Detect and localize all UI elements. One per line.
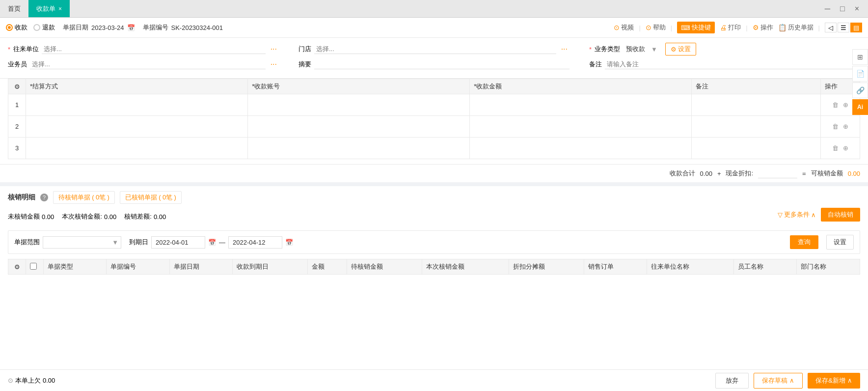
history-label: 历史单据 — [788, 23, 814, 32]
tab-bar: 首页 收款单 × ─ □ × — [0, 0, 868, 18]
calendar-icon[interactable]: 📅 — [127, 24, 135, 31]
video-btn[interactable]: ⊙ 视频 — [614, 23, 634, 32]
row2-account[interactable] — [248, 116, 470, 138]
sub-th-discount: 折扣分摊额 — [509, 259, 584, 275]
layout-btn-grid[interactable]: ☰ — [838, 23, 849, 32]
total-label: 收款合计 — [670, 169, 695, 178]
row2-delete-icon[interactable]: 🗑 — [832, 123, 839, 130]
sidebar-table-icon[interactable]: ⊞ — [852, 49, 868, 65]
abandon-btn[interactable]: 放弃 — [715, 373, 749, 389]
row3-copy-icon[interactable]: ⊕ — [843, 144, 848, 152]
row1-payment[interactable] — [26, 94, 248, 116]
select-all-checkbox[interactable] — [30, 263, 37, 270]
row3-delete-icon[interactable]: 🗑 — [832, 144, 839, 152]
sub-th-amount: 金额 — [308, 259, 347, 275]
maximize-btn[interactable]: □ — [837, 3, 848, 14]
cal-from-icon[interactable]: 📅 — [208, 239, 216, 246]
draft-btn[interactable]: 保存草稿 ∧ — [754, 373, 803, 389]
range-select[interactable] — [43, 236, 121, 249]
form-row-2: 业务员 ··· 摘要 备注 — [8, 59, 860, 69]
row3-note[interactable] — [692, 138, 821, 159]
tab-pending-btn[interactable]: 待核销单据 ( 0笔 ) — [53, 191, 115, 204]
row1-amount[interactable] — [470, 94, 692, 116]
video-label: 视频 — [621, 23, 634, 32]
tab-done-btn[interactable]: 已核销单据 ( 0笔 ) — [120, 191, 182, 204]
help-btn[interactable]: ⊙ 帮助 — [646, 23, 666, 32]
row-num-3: 3 — [8, 138, 26, 159]
staff-more-btn[interactable]: ··· — [269, 60, 279, 69]
row3-amount[interactable] — [470, 138, 692, 159]
partner-label: 往来单位 — [13, 45, 39, 54]
filter-settings-btn[interactable]: 设置 — [826, 235, 854, 250]
sub-th-settings[interactable]: ⚙ — [8, 259, 26, 275]
range-select-wrapper: ▼ — [43, 236, 121, 249]
store-input[interactable] — [314, 44, 556, 54]
th-settings[interactable]: ⚙ — [8, 79, 26, 94]
video-icon: ⊙ — [614, 24, 620, 31]
row3-payment[interactable] — [26, 138, 248, 159]
tab-close-btn[interactable]: × — [58, 5, 62, 12]
radio-refund-label: 退款 — [42, 23, 55, 32]
note-field: 备注 — [589, 59, 860, 69]
sub-th-partner: 往来单位名称 — [647, 259, 734, 275]
row1-delete-icon[interactable]: 🗑 — [832, 101, 839, 109]
form-toolbar: 收款 退款 单据日期 2023-03-24 📅 单据编号 SK-20230324… — [0, 18, 868, 38]
discount-input[interactable] — [758, 168, 797, 178]
auto-writeoff-btn[interactable]: 自动核销 — [821, 208, 860, 222]
ops-btn[interactable]: ⚙ 操作 — [753, 23, 773, 32]
divider4: | — [818, 24, 820, 31]
draft-arrow-icon: ∧ — [789, 377, 794, 384]
cal-to-icon[interactable]: 📅 — [285, 239, 293, 246]
partner-input[interactable] — [42, 44, 266, 54]
carry-label: 本单上欠 — [15, 376, 41, 385]
sidebar-ai-icon[interactable]: Ai — [852, 99, 868, 115]
row2-copy-icon[interactable]: ⊕ — [843, 123, 848, 130]
bottom-bar: ⊙ 本单上欠 0.00 放弃 保存草稿 ∧ 保存&新增 ∧ — [0, 369, 868, 391]
query-btn[interactable]: 查询 — [790, 235, 818, 249]
business-type-dropdown[interactable]: ▼ — [651, 46, 657, 53]
minimize-btn[interactable]: ─ — [822, 3, 833, 14]
sub-th-duedate: 收款到期日 — [233, 259, 308, 275]
row1-account[interactable] — [248, 94, 470, 116]
more-conditions-btn[interactable]: ▽ 更多条件 ∧ — [778, 210, 816, 219]
sub-th-sales: 销售订单 — [584, 259, 647, 275]
tab-active[interactable]: 收款单 × — [28, 0, 70, 17]
sidebar-attach-icon[interactable]: 🔗 — [852, 83, 868, 98]
writeoff-table: ⚙ 单据类型 单据编号 单据日期 收款到期日 — [8, 259, 860, 275]
radio-receive[interactable]: 收款 — [6, 23, 27, 32]
setting-button[interactable]: ⚙ 设置 — [665, 43, 696, 56]
divider1: | — [639, 24, 640, 31]
ops-label: 操作 — [760, 23, 773, 32]
row2-amount[interactable] — [470, 116, 692, 138]
staff-input[interactable] — [30, 59, 266, 69]
summary-input[interactable] — [314, 59, 570, 69]
shortcut-btn[interactable]: ⌨ 快捷键 — [677, 22, 715, 33]
row2-payment[interactable] — [26, 116, 248, 138]
print-btn[interactable]: 🖨 打印 — [720, 23, 741, 32]
sidebar-doc-icon[interactable]: 📄 — [852, 66, 868, 82]
tab-done-close: ) — [174, 194, 176, 201]
store-more-btn[interactable]: ··· — [559, 45, 570, 54]
tab-home-label: 首页 — [8, 4, 21, 13]
date-to-input[interactable] — [228, 236, 282, 249]
section-divider — [0, 182, 868, 186]
writeoff-info-icon[interactable]: ? — [40, 194, 48, 201]
layout-btn-left[interactable]: ◁ — [825, 23, 837, 32]
history-btn[interactable]: 📋 历史单据 — [778, 23, 814, 32]
note-input[interactable] — [605, 59, 860, 69]
radio-refund[interactable]: 退款 — [33, 23, 55, 32]
tab-home[interactable]: 首页 — [0, 0, 28, 17]
date-from-input[interactable] — [151, 236, 205, 249]
layout-btn-right[interactable]: ▤ — [850, 23, 862, 32]
window-close-btn[interactable]: × — [852, 3, 862, 14]
row2-note[interactable] — [692, 116, 821, 138]
partner-more-btn[interactable]: ··· — [269, 45, 279, 54]
writeoff-stats: 未核销金额 0.00 本次核销金额: 0.00 核销差额: 0.00 ▽ 更多条… — [8, 208, 860, 225]
row1-note[interactable] — [692, 94, 821, 116]
partner-field: * 往来单位 ··· — [8, 44, 279, 54]
save-new-btn[interactable]: 保存&新增 ∧ — [808, 373, 860, 389]
stat-diff: 核销差额: 0.00 — [124, 212, 166, 221]
row3-account[interactable] — [248, 138, 470, 159]
payment-table: ⚙ *结算方式 *收款账号 *收款金额 备注 操作 — [8, 79, 860, 159]
row1-copy-icon[interactable]: ⊕ — [843, 101, 848, 109]
